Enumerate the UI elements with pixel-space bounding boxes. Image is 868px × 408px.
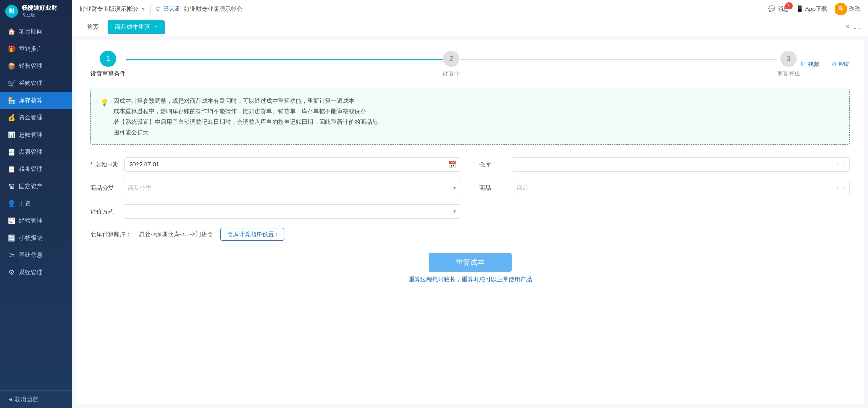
sidebar-item-label: 发票管理 [19, 148, 42, 156]
step-line-2 [460, 59, 777, 60]
warehouse-label: 仓库 [479, 161, 506, 169]
phone-icon: 📱 [796, 5, 803, 12]
tab-home[interactable]: 首页 [80, 20, 106, 34]
account-dropdown-icon: ▼ [141, 6, 146, 11]
warehouse-order-settings-label: 仓库计算顺序设置 [227, 230, 274, 238]
sidebar-item-label: 税务管理 [19, 165, 42, 173]
tab-bar: 首页 商品成本重算 × × ⛶ [72, 18, 868, 36]
account-name: 好业财专业版演示帐套 [80, 5, 138, 13]
recalc-button[interactable]: 重算成本 [429, 253, 512, 272]
sidebar-item-hr[interactable]: 👤 工资 [0, 195, 72, 212]
app-download-button[interactable]: 📱 App下载 [796, 5, 827, 13]
expense-icon: 🔄 [7, 234, 15, 242]
inventory-icon: 🏪 [7, 97, 15, 104]
sidebar-item-inventory[interactable]: 🏪 库存核算 [0, 92, 72, 109]
goods-label: 商品 [479, 184, 506, 192]
warehouse-order-value: 总仓->深圳仓库->...->门店仓 [139, 230, 213, 238]
tab-recalc[interactable]: 商品成本重算 × [108, 20, 165, 34]
sidebar-item-expense[interactable]: 🔄 小畅报销 [0, 229, 72, 247]
steps-bar: 1 设置重算条件 2 计算中 3 重算完成 ▷ 视频 | ⊙ [90, 51, 850, 78]
app-download-label: App下载 [805, 5, 827, 13]
avatar: 珠 [835, 3, 847, 15]
step-2-circle: 2 [443, 51, 459, 67]
sidebar-unpin[interactable]: ◄ 取消固定 [0, 390, 72, 408]
topbar: 好业财专业版演示帐套 ▼ 🛡 已认证 好业财专业版演示帐套 💬 消息 1 📱 A… [72, 0, 868, 18]
start-date-input[interactable]: 2022-07-01 📅 [124, 157, 461, 172]
step-1: 1 设置重算条件 [90, 51, 126, 78]
sidebar-item-label: 系统管理 [19, 268, 42, 276]
user-profile[interactable]: 珠 珠珠 [835, 3, 861, 15]
info-line-2: 成本重算过程中，影响库存账的操作均不能操作，比如进货单、销货单、库存单据不能审核… [113, 106, 378, 116]
info-box: 💡 因成本计算参数调整，或是对商品成本有疑问时，可以通过成本重算功能，重新计算一… [90, 89, 850, 145]
goods-input[interactable]: 商品 ··· [512, 181, 850, 195]
dropdown-icon: ▾ [453, 185, 456, 191]
step-1-circle: 1 [100, 51, 116, 67]
sidebar-item-ops[interactable]: 📈 经营管理 [0, 212, 72, 229]
goods-more-icon[interactable]: ··· [836, 184, 845, 192]
unpin-label: ◄ 取消固定 [7, 395, 38, 403]
sidebar-nav: 🏠 项目顾问 🎁 营销推广 📦 销售管理 🛒 采购管理 🏪 库存核算 💰 资金管… [0, 23, 72, 390]
sidebar-item-label: 资金管理 [19, 114, 42, 122]
play-icon: ▷ [800, 61, 806, 67]
ops-icon: 📈 [7, 217, 15, 224]
user-name: 珠珠 [849, 5, 861, 13]
message-button[interactable]: 💬 消息 1 [768, 5, 789, 13]
category-input[interactable]: 商品分类 ▾ [123, 181, 461, 195]
sidebar-logo: 财 畅捷通好业财 专业版 [0, 0, 72, 23]
warehouse-row: 仓库 ··· [479, 157, 850, 172]
sidebar-item-sales[interactable]: 📦 销售管理 [0, 57, 72, 75]
sidebar-item-accounting[interactable]: 📊 总账管理 [0, 126, 72, 143]
sidebar-item-system[interactable]: ⚙ 系统管理 [0, 264, 72, 281]
sidebar-item-label: 项目顾问 [19, 28, 42, 36]
certified-label: 已认证 [163, 5, 179, 13]
app-edition: 专业版 [22, 12, 57, 18]
pricing-input[interactable]: ▾ [123, 204, 461, 219]
category-label: 商品分类 [90, 184, 118, 192]
tab-window-controls: × ⛶ [845, 22, 861, 32]
sidebar-item-marketing[interactable]: 🎁 营销推广 [0, 40, 72, 57]
info-line-1: 因成本计算参数调整，或是对商品成本有疑问时，可以通过成本重算功能，重新计算一遍成… [113, 95, 378, 106]
hr-icon: 👤 [7, 200, 15, 207]
calendar-icon[interactable]: 📅 [448, 161, 456, 168]
sales-icon: 📦 [7, 62, 15, 70]
tab-recalc-label: 商品成本重算 [115, 24, 150, 30]
help-link[interactable]: ⊙ 帮助 [832, 60, 850, 68]
goods-row: 商品 商品 ··· [479, 181, 850, 195]
finance-icon: 💰 [7, 114, 15, 121]
invoice-icon: 🧾 [7, 148, 15, 156]
certified-account-name: 好业财专业版演示帐套 [184, 5, 243, 13]
sidebar-item-assets[interactable]: 🏗 固定资产 [0, 178, 72, 195]
sidebar-item-tax[interactable]: 📋 税务管理 [0, 161, 72, 178]
more-icon[interactable]: ··· [836, 161, 845, 169]
sidebar-item-purchase[interactable]: 🛒 采购管理 [0, 75, 72, 92]
project-icon: 🏠 [7, 28, 15, 35]
expand-icon[interactable]: ⛶ [854, 22, 861, 32]
step-3-label: 重算完成 [777, 70, 800, 78]
sidebar-item-project[interactable]: 🏠 项目顾问 [0, 23, 72, 40]
sidebar-item-invoice[interactable]: 🧾 发票管理 [0, 143, 72, 161]
tab-close-icon[interactable]: × [155, 24, 157, 30]
sidebar: 财 畅捷通好业财 专业版 🏠 项目顾问 🎁 营销推广 📦 销售管理 🛒 采购管理… [0, 0, 72, 408]
video-link[interactable]: ▷ 视频 [800, 60, 820, 68]
main-area: 好业财专业版演示帐套 ▼ 🛡 已认证 好业财专业版演示帐套 💬 消息 1 📱 A… [72, 0, 868, 408]
sidebar-item-finance[interactable]: 💰 资金管理 [0, 109, 72, 126]
account-selector[interactable]: 好业财专业版演示帐套 ▼ [80, 5, 146, 13]
step-line-1 [126, 59, 443, 60]
warehouse-order-settings-button[interactable]: 仓库计算顺序设置 › [220, 228, 284, 241]
step-3: 3 重算完成 [777, 51, 800, 78]
purchase-icon: 🛒 [7, 80, 15, 87]
steps-help: ▷ 视频 | ⊙ 帮助 [800, 60, 850, 68]
system-icon: ⚙ [7, 269, 15, 276]
info-icon: 💡 [100, 96, 109, 138]
sidebar-item-basic[interactable]: 🗂 基础信息 [0, 247, 72, 264]
start-date-label: * 起始日期 [90, 161, 119, 169]
sidebar-item-label: 基础信息 [19, 251, 42, 259]
topbar-divider [150, 5, 151, 14]
minimize-icon[interactable]: × [845, 22, 850, 32]
sidebar-item-label: 工资 [19, 199, 31, 208]
pricing-dropdown-icon: ▾ [453, 209, 456, 214]
warehouse-order-label: 仓库计算顺序： [90, 230, 132, 238]
category-placeholder: 商品分类 [128, 184, 151, 192]
basic-icon: 🗂 [7, 251, 15, 259]
warehouse-input[interactable]: ··· [512, 157, 850, 172]
